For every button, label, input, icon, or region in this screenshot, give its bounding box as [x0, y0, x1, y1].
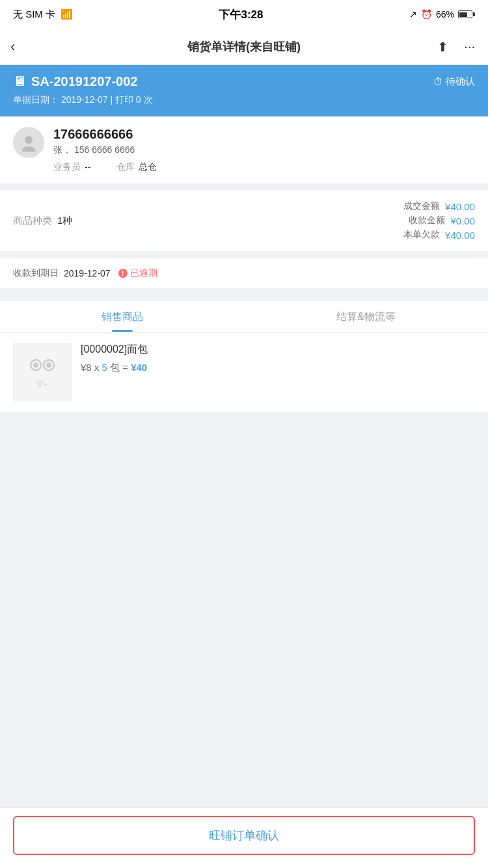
back-button[interactable]: ‹ — [5, 33, 20, 61]
received-value: ¥0.00 — [450, 215, 475, 226]
product-price: ¥8 x 5 包 = ¥40 — [81, 362, 475, 374]
order-header-card: 🖥 SA-20191207-002 ⏱ 待确认 单据日期： 2019-12-07… — [0, 65, 488, 116]
status-left: 无 SIM 卡 📶 — [13, 8, 73, 21]
status-clock-icon: ⏱ — [433, 76, 443, 87]
divider-2 — [0, 295, 488, 301]
order-icon: 🖥 — [13, 74, 26, 89]
svg-point-1 — [22, 146, 35, 152]
nav-actions: ⬆ ··· — [435, 36, 478, 57]
nav-bar: ‹ 销货单详情(来自旺铺) ⬆ ··· — [0, 29, 488, 65]
location-icon: ↗ — [409, 9, 417, 20]
received-label: 收款金额 — [409, 215, 445, 226]
carrier-text: 无 SIM 卡 — [13, 8, 55, 21]
amount-label: 成交金额 — [403, 200, 440, 212]
order-meta: 单据日期： 2019-12-07 | 打印 0 次 — [13, 94, 475, 106]
svg-point-5 — [46, 362, 51, 368]
owed-value: ¥40.00 — [445, 230, 475, 241]
salesman-label: 业务员 — [53, 161, 81, 173]
divider-1 — [0, 183, 488, 190]
status-time: 下午3:28 — [219, 7, 263, 22]
product-image: 管+ — [13, 343, 72, 401]
status-right: ↗ ⏰ 66% — [409, 9, 475, 20]
confirm-order-button[interactable]: 旺铺订单确认 — [13, 816, 475, 855]
customer-section: 17666666666 张， 156 6666 6666 业务员 -- 仓库 总… — [0, 116, 488, 183]
overdue-text: 已逾期 — [130, 267, 157, 279]
battery-percent: 66% — [436, 9, 454, 20]
product-info: [0000002]面包 ¥8 x 5 包 = ¥40 — [81, 343, 475, 374]
battery-icon — [458, 10, 475, 18]
warehouse-value: 总仓 — [139, 161, 157, 173]
due-section: 收款到期日 2019-12-07 ! 已逾期 — [0, 258, 488, 288]
type-label: 商品种类 — [13, 215, 52, 227]
product-name: [0000002]面包 — [81, 343, 475, 357]
product-qty: 5 — [102, 362, 107, 373]
avatar — [13, 127, 44, 158]
status-bar: 无 SIM 卡 📶 下午3:28 ↗ ⏰ 66% — [0, 0, 488, 29]
due-date: 2019-12-07 — [64, 268, 111, 278]
customer-info: 17666666666 张， 156 6666 6666 业务员 -- 仓库 总… — [53, 127, 475, 173]
summary-section: 商品种类 1种 成交金额 ¥40.00 收款金额 ¥0.00 本单欠款 ¥40.… — [0, 190, 488, 251]
product-section: 管+ [0000002]面包 ¥8 x 5 包 = ¥40 — [0, 332, 488, 412]
salesman-value: -- — [85, 162, 90, 172]
product-total: ¥40 — [131, 362, 147, 373]
customer-name: 张， 156 6666 6666 — [53, 144, 475, 156]
product-item: 管+ [0000002]面包 ¥8 x 5 包 = ¥40 — [13, 343, 475, 401]
warehouse-label: 仓库 — [116, 161, 135, 173]
logo-text: 管+ — [36, 379, 47, 389]
svg-point-3 — [33, 362, 38, 368]
amount-value: ¥40.00 — [445, 201, 475, 212]
empty-area — [0, 418, 488, 549]
logo-eyes-icon — [28, 356, 57, 378]
wifi-icon: 📶 — [61, 8, 73, 20]
page-title: 销货单详情(来自旺铺) — [187, 39, 301, 55]
tab-sales-products[interactable]: 销售商品 — [0, 301, 244, 332]
summary-right: 成交金额 ¥40.00 收款金额 ¥0.00 本单欠款 ¥40.00 — [403, 200, 475, 241]
bottom-bar: 旺铺订单确认 — [0, 807, 488, 868]
tabs-container: 销售商品 结算&物流等 — [0, 301, 488, 332]
type-value: 1种 — [57, 215, 72, 227]
more-button[interactable]: ··· — [461, 36, 478, 57]
svg-point-0 — [25, 136, 33, 144]
order-number: 🖥 SA-20191207-002 — [13, 74, 137, 89]
customer-phone: 17666666666 — [53, 127, 475, 142]
tab-settlement[interactable]: 结算&物流等 — [244, 301, 488, 332]
overdue-badge: ! 已逾期 — [118, 267, 157, 279]
order-status-badge: ⏱ 待确认 — [433, 75, 475, 88]
bottom-spacer — [0, 549, 488, 607]
overdue-dot-icon: ! — [118, 269, 128, 278]
customer-meta: 业务员 -- 仓库 总仓 — [53, 161, 475, 173]
due-label: 收款到期日 — [13, 267, 59, 279]
share-button[interactable]: ⬆ — [435, 36, 451, 57]
alarm-icon: ⏰ — [421, 9, 432, 20]
owed-label: 本单欠款 — [403, 229, 440, 241]
